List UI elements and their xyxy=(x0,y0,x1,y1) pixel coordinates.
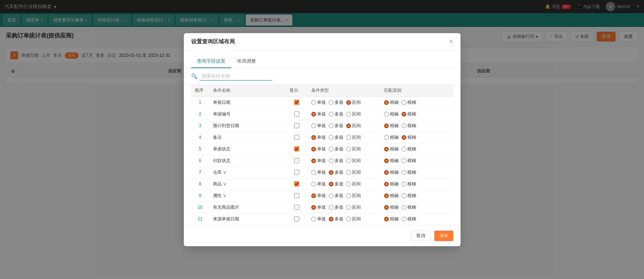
type-radio-item[interactable]: 区间 xyxy=(346,158,361,164)
type-radio[interactable] xyxy=(346,135,351,140)
type-radio-item[interactable]: 区间 xyxy=(346,99,361,106)
match-radio[interactable] xyxy=(402,100,406,105)
type-radio[interactable] xyxy=(346,112,351,117)
match-radio[interactable] xyxy=(402,182,406,186)
type-radio-item[interactable]: 单值 xyxy=(311,193,326,199)
cancel-button[interactable]: 取消 xyxy=(411,231,431,241)
type-radio-item[interactable]: 单值 xyxy=(311,169,326,176)
type-radio-item[interactable]: 区间 xyxy=(346,204,361,211)
type-radio-item[interactable]: 多值 xyxy=(329,111,343,117)
type-radio-item[interactable]: 单值 xyxy=(311,134,326,141)
type-radio-item[interactable]: 多值 xyxy=(329,216,343,222)
match-radio-item[interactable]: 精确 xyxy=(384,99,399,106)
match-radio[interactable] xyxy=(402,123,406,128)
match-radio[interactable] xyxy=(384,182,389,186)
type-radio-item[interactable]: 区间 xyxy=(346,169,361,176)
match-radio[interactable] xyxy=(384,170,389,175)
match-radio-item[interactable]: 精确 xyxy=(384,111,399,117)
type-radio-item[interactable]: 区间 xyxy=(346,216,361,222)
match-radio-item[interactable]: 精确 xyxy=(384,169,399,176)
match-radio-item[interactable]: 模糊 xyxy=(402,111,416,117)
type-radio[interactable] xyxy=(346,205,351,210)
type-radio[interactable] xyxy=(329,112,333,117)
type-radio-item[interactable]: 区间 xyxy=(346,193,361,199)
match-radio[interactable] xyxy=(384,205,389,210)
match-radio[interactable] xyxy=(402,147,406,152)
type-radio-item[interactable]: 单值 xyxy=(311,158,326,164)
type-radio-item[interactable]: 区间 xyxy=(346,123,361,129)
match-radio[interactable] xyxy=(402,170,406,175)
type-radio[interactable] xyxy=(346,193,351,198)
match-radio-item[interactable]: 模糊 xyxy=(402,216,416,222)
type-radio-item[interactable]: 多值 xyxy=(329,99,343,106)
match-radio-item[interactable]: 模糊 xyxy=(402,158,416,164)
type-radio[interactable] xyxy=(346,100,351,105)
type-radio-item[interactable]: 多值 xyxy=(329,204,343,211)
save-button[interactable]: 保存 xyxy=(434,231,453,241)
display-checkbox[interactable] xyxy=(294,193,299,198)
match-radio-item[interactable]: 精确 xyxy=(384,123,399,129)
match-radio[interactable] xyxy=(402,193,406,198)
match-radio-item[interactable]: 模糊 xyxy=(402,204,416,211)
type-radio[interactable] xyxy=(311,205,316,210)
type-radio[interactable] xyxy=(311,158,316,163)
type-radio-item[interactable]: 区间 xyxy=(346,134,361,141)
type-radio-item[interactable]: 单值 xyxy=(311,99,326,106)
display-checkbox[interactable] xyxy=(294,100,299,105)
match-radio-item[interactable]: 精确 xyxy=(384,193,399,199)
modal-tab-layout[interactable]: 布局调整 xyxy=(231,55,262,68)
type-radio[interactable] xyxy=(311,193,316,198)
match-radio[interactable] xyxy=(402,112,406,117)
display-checkbox[interactable] xyxy=(294,181,299,186)
type-radio[interactable] xyxy=(346,182,351,186)
match-radio[interactable] xyxy=(384,135,389,140)
match-radio-item[interactable]: 模糊 xyxy=(402,146,416,152)
match-radio-item[interactable]: 模糊 xyxy=(402,134,416,141)
match-radio[interactable] xyxy=(402,205,406,210)
display-checkbox[interactable] xyxy=(294,146,299,152)
display-checkbox[interactable] xyxy=(294,205,299,210)
type-radio-item[interactable]: 单值 xyxy=(311,123,326,129)
search-input[interactable] xyxy=(199,72,272,80)
type-radio[interactable] xyxy=(329,158,333,163)
match-radio[interactable] xyxy=(384,147,389,152)
type-radio-item[interactable]: 多值 xyxy=(329,134,343,141)
type-radio-item[interactable]: 单值 xyxy=(311,204,326,211)
match-radio-item[interactable]: 精确 xyxy=(384,146,399,152)
display-checkbox[interactable] xyxy=(294,123,299,128)
match-radio[interactable] xyxy=(402,217,406,221)
type-radio[interactable] xyxy=(311,100,316,105)
type-radio-item[interactable]: 单值 xyxy=(311,111,326,117)
match-radio-item[interactable]: 精确 xyxy=(384,158,399,164)
type-radio[interactable] xyxy=(311,135,316,140)
type-radio[interactable] xyxy=(311,112,316,117)
match-radio-item[interactable]: 模糊 xyxy=(402,193,416,199)
display-checkbox[interactable] xyxy=(294,216,299,221)
match-radio[interactable] xyxy=(384,193,389,198)
type-radio[interactable] xyxy=(346,170,351,175)
match-radio-item[interactable]: 模糊 xyxy=(402,123,416,129)
match-radio-item[interactable]: 模糊 xyxy=(402,99,416,106)
type-radio-item[interactable]: 单值 xyxy=(311,216,326,222)
type-radio[interactable] xyxy=(346,123,351,128)
type-radio[interactable] xyxy=(329,217,333,221)
match-radio[interactable] xyxy=(384,123,389,128)
type-radio-item[interactable]: 多值 xyxy=(329,181,343,187)
display-checkbox[interactable] xyxy=(294,170,299,175)
type-radio[interactable] xyxy=(311,123,316,128)
type-radio-item[interactable]: 多值 xyxy=(329,169,343,176)
type-radio-item[interactable]: 单值 xyxy=(311,181,326,187)
type-radio[interactable] xyxy=(311,147,316,152)
type-radio[interactable] xyxy=(329,170,333,175)
display-checkbox[interactable] xyxy=(294,158,299,163)
match-radio-item[interactable]: 精确 xyxy=(384,181,399,187)
type-radio-item[interactable]: 区间 xyxy=(346,146,361,152)
match-radio-item[interactable]: 模糊 xyxy=(402,169,416,176)
type-radio[interactable] xyxy=(311,217,316,221)
match-radio[interactable] xyxy=(384,112,389,117)
type-radio-item[interactable]: 多值 xyxy=(329,146,343,152)
type-radio-item[interactable]: 单值 xyxy=(311,146,326,152)
modal-close-button[interactable]: × xyxy=(449,38,453,45)
match-radio[interactable] xyxy=(384,158,389,163)
match-radio[interactable] xyxy=(384,217,389,221)
